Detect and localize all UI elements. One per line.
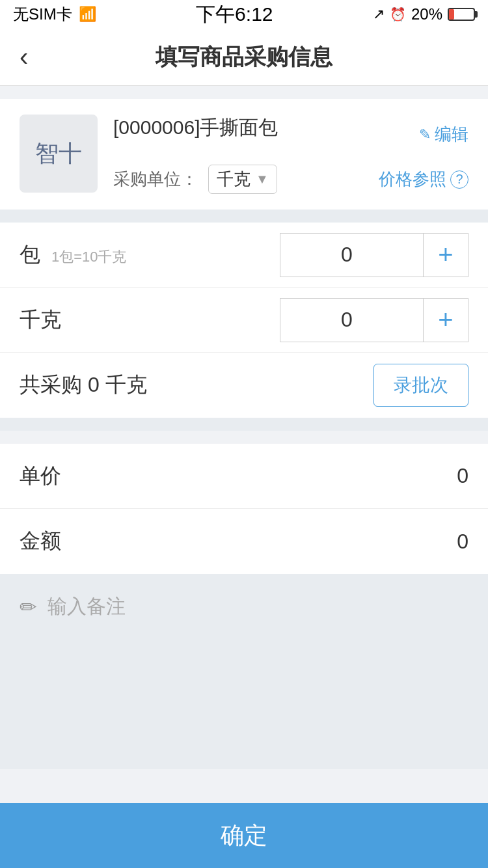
bag-input-row: 包 1包=10千克 +: [0, 223, 488, 288]
product-info: [0000006]手撕面包 ✎ 编辑 采购单位： 千克 ▼ 价格参照 ?: [113, 115, 468, 194]
kg-input-row: 千克 +: [0, 288, 488, 353]
edit-icon: ✎: [419, 126, 431, 143]
battery-percent: 20%: [411, 5, 442, 23]
product-name: [0000006]手撕面包: [113, 115, 278, 141]
unit-selector[interactable]: 千克 ▼: [208, 165, 277, 194]
status-bar-time: 下午6:12: [196, 1, 273, 28]
bag-label: 包 1包=10千克: [20, 241, 280, 269]
confirm-button[interactable]: 确定: [0, 803, 488, 868]
wifi-icon: 📶: [79, 6, 96, 23]
unit-label: 采购单位：: [113, 168, 198, 191]
section-divider-2: [0, 418, 488, 431]
section-divider-1: [0, 210, 488, 223]
kg-quantity-wrap: +: [280, 298, 468, 342]
price-section: 单价 0 金额 0: [0, 444, 488, 574]
unit-price-row: 单价 0: [0, 444, 488, 509]
record-batch-button[interactable]: 录批次: [373, 364, 468, 407]
remark-section[interactable]: ✏ 输入备注: [0, 574, 488, 769]
unit-price-label: 单价: [20, 462, 61, 491]
bag-quantity-wrap: +: [280, 233, 468, 277]
status-bar: 无SIM卡 📶 下午6:12 ↗ ⏰ 20%: [0, 0, 488, 29]
unit-price-value: 0: [457, 464, 468, 488]
nav-bar: ‹ 填写商品采购信息: [0, 29, 488, 86]
summary-text: 共采购 0 千克: [20, 371, 147, 400]
bag-plus-button[interactable]: +: [423, 233, 468, 277]
product-top-row: [0000006]手撕面包 ✎ 编辑: [113, 115, 468, 154]
help-icon: ?: [450, 170, 468, 189]
product-unit-row: 采购单位： 千克 ▼ 价格参照 ?: [113, 165, 468, 194]
summary-row: 共采购 0 千克 录批次: [0, 353, 488, 418]
bag-hint: 1包=10千克: [51, 249, 127, 265]
carrier-label: 无SIM卡: [13, 4, 72, 25]
amount-label: 金额: [20, 527, 61, 556]
amount-value: 0: [457, 530, 468, 554]
back-button[interactable]: ‹: [13, 36, 34, 78]
chevron-down-icon: ▼: [256, 172, 269, 187]
page-title: 填写商品采购信息: [156, 42, 332, 72]
input-section: 包 1包=10千克 + 千克 +: [0, 223, 488, 353]
amount-row: 金额 0: [0, 509, 488, 574]
product-card: 智十 [0000006]手撕面包 ✎ 编辑 采购单位： 千克 ▼ 价格参照 ?: [0, 99, 488, 210]
remark-placeholder: 输入备注: [47, 593, 126, 620]
kg-quantity-input[interactable]: [280, 298, 423, 342]
battery-icon: [448, 8, 475, 21]
unit-value: 千克: [217, 168, 251, 191]
pencil-icon: ✏: [20, 595, 37, 619]
status-bar-left: 无SIM卡 📶: [13, 4, 96, 25]
location-icon: ↗: [373, 6, 385, 23]
edit-button[interactable]: ✎ 编辑: [419, 123, 468, 146]
kg-plus-button[interactable]: +: [423, 298, 468, 342]
price-reference-button[interactable]: 价格参照 ?: [379, 168, 468, 191]
status-bar-right: ↗ ⏰ 20%: [373, 5, 475, 23]
product-logo: 智十: [35, 138, 82, 170]
product-image: 智十: [20, 115, 98, 193]
alarm-icon: ⏰: [390, 7, 406, 22]
summary-unit: 千克: [105, 373, 147, 396]
summary-quantity: 0: [88, 373, 100, 396]
bottom-bar: 确定: [0, 803, 488, 868]
kg-label: 千克: [20, 306, 280, 334]
bag-quantity-input[interactable]: [280, 233, 423, 277]
